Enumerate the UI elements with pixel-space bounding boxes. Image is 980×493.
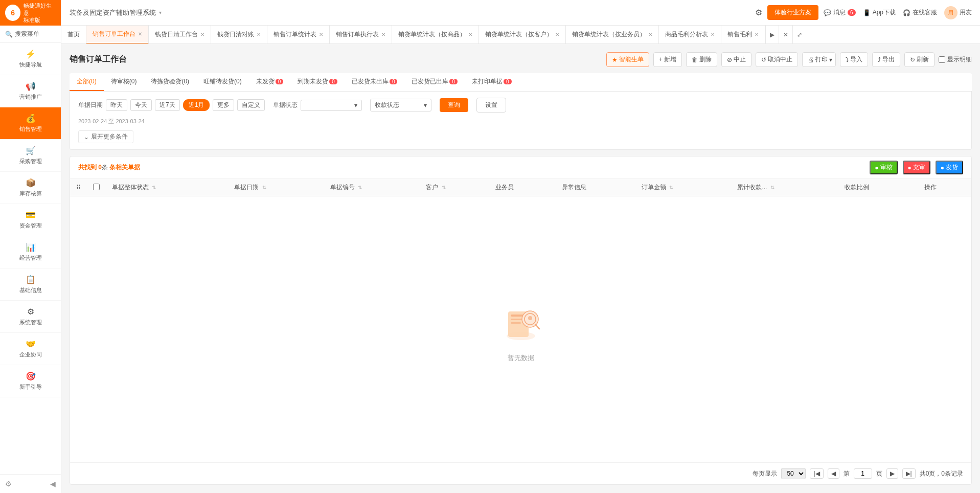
tab-sales-stats-customer[interactable]: 销货单统计表（按客户） ✕ — [479, 26, 566, 44]
search-btn[interactable]: 查询 — [440, 98, 468, 112]
online-service-btn[interactable]: 🎧 在线客服 — [903, 8, 937, 17]
cancel-suspend-btn[interactable]: ↺ 取消中止 — [756, 52, 798, 67]
select-all-checkbox[interactable] — [93, 184, 100, 190]
col-status[interactable]: 单据整体状态 ⇅ — [106, 179, 228, 196]
payment-select[interactable]: 收款状态 ▾ — [370, 99, 431, 111]
last-page-btn[interactable]: ▶| — [902, 468, 916, 479]
sidebar-item-marketing[interactable]: 📢 营销推广 — [0, 75, 61, 107]
sort-status-icon[interactable]: ⇅ — [152, 185, 156, 190]
expand-more-btn[interactable]: ⌄ 展开更多条件 — [78, 130, 133, 143]
tab-sales-stats-staff-close[interactable]: ✕ — [648, 32, 652, 37]
sub-tab-shipped-not-out[interactable]: 已发货未出库0 — [345, 73, 405, 91]
sidebar-item-guide[interactable]: 🎯 新手引导 — [0, 365, 61, 397]
tab-sales-sum[interactable]: 销售毛利 ✕ — [721, 26, 765, 44]
sub-tab-shipped-out[interactable]: 已发货已出库0 — [404, 73, 465, 91]
tab-sales-sum-close[interactable]: ✕ — [755, 32, 759, 37]
sidebar-item-cooperation[interactable]: 🤝 企业协同 — [0, 333, 61, 365]
smart-create-btn[interactable]: ★ 智能生单 — [606, 52, 649, 67]
date-yesterday[interactable]: 昨天 — [106, 99, 127, 111]
tab-sales-exec-close[interactable]: ✕ — [381, 32, 385, 37]
tab-profit-analysis[interactable]: 商品毛利分析表 ✕ — [659, 26, 721, 44]
sidebar-item-quick-nav[interactable]: ⚡ 快捷导航 — [0, 43, 61, 75]
sidebar-item-purchase[interactable]: 🛒 采购管理 — [0, 140, 61, 172]
tab-cash-daily-close[interactable]: ✕ — [200, 32, 204, 37]
filter-setting-btn[interactable]: 设置 — [476, 98, 506, 113]
tab-sales-stats[interactable]: 销售订单统计表 ✕ — [267, 26, 330, 44]
tab-scroll-right[interactable]: ▶ — [765, 26, 779, 44]
settings-icon[interactable]: ⚙ — [5, 480, 12, 488]
tab-sales-stats-customer-close[interactable]: ✕ — [555, 32, 559, 37]
date-1month[interactable]: 近1月 — [183, 99, 210, 111]
print-btn[interactable]: 🖨 打印 ▾ — [802, 52, 836, 67]
user-profile-btn[interactable]: 用 用友 — [944, 6, 972, 19]
col-customer[interactable]: 客户 ⇅ — [420, 179, 489, 196]
col-number[interactable]: 单据编号 ⇅ — [324, 179, 420, 196]
tab-sales-order[interactable]: 销售订单工作台 ✕ — [86, 26, 149, 44]
sort-number-icon[interactable]: ⇅ — [358, 185, 362, 190]
show-detail-toggle[interactable]: 显示明细 — [939, 55, 972, 64]
col-collected[interactable]: 累计收款... ⇅ — [731, 179, 838, 196]
industry-btn[interactable]: 体验行业方案 — [767, 5, 818, 20]
tab-cash-reconcile[interactable]: 钱货日清对账 ✕ — [211, 26, 267, 44]
tab-sales-order-close[interactable]: ✕ — [138, 31, 142, 37]
refresh-btn[interactable]: ↻ 刷新 — [904, 52, 935, 67]
tab-sales-stats-staff[interactable]: 销货单统计表（按业务员） ✕ — [566, 26, 659, 44]
first-page-btn[interactable]: |◀ — [810, 468, 823, 479]
col-amount[interactable]: 订单金额 ⇅ — [635, 179, 731, 196]
sort-collected-icon[interactable]: ⇅ — [770, 185, 774, 190]
date-more[interactable]: 更多 — [213, 99, 234, 111]
revoke-btn[interactable]: ● 充审 — [903, 161, 930, 174]
sub-tab-not-printed[interactable]: 未打印单据0 — [465, 73, 519, 91]
tab-home[interactable]: 首页 — [61, 26, 86, 44]
col-checkbox[interactable] — [87, 179, 106, 196]
date-7days[interactable]: 近7天 — [155, 99, 180, 111]
sub-tab-all[interactable]: 全部(0) — [70, 73, 104, 91]
sub-tab-wangpu-ship[interactable]: 旺铺待发货(0) — [196, 73, 249, 91]
system-dropdown-arrow[interactable]: ▾ — [159, 10, 162, 15]
sort-amount-icon[interactable]: ⇅ — [669, 185, 673, 190]
export-btn[interactable]: ⤴ 导出 — [872, 52, 900, 67]
sidebar-item-finance[interactable]: 💳 资金管理 — [0, 204, 61, 236]
ship-btn[interactable]: ● 发货 — [936, 161, 963, 174]
tab-sales-stats-product-close[interactable]: ✕ — [468, 32, 472, 37]
suspend-btn[interactable]: ⊘ 中止 — [721, 52, 751, 67]
sidebar-item-search[interactable]: 🔍 搜索菜单 — [0, 26, 61, 43]
tab-close-all[interactable]: ✕ — [779, 26, 792, 44]
gear-icon[interactable]: ⚙ — [755, 8, 762, 17]
col-date[interactable]: 单据日期 ⇅ — [228, 179, 324, 196]
tab-maximize[interactable]: ⤢ — [792, 26, 806, 44]
tab-profit-analysis-close[interactable]: ✕ — [711, 32, 715, 37]
date-today[interactable]: 今天 — [130, 99, 152, 111]
page-input[interactable] — [854, 468, 872, 479]
sidebar-item-system[interactable]: ⚙ 系统管理 — [0, 301, 61, 333]
sub-tab-pending-review[interactable]: 待审核(0) — [104, 73, 144, 91]
sidebar-item-sales[interactable]: 💰 销售管理 — [0, 107, 61, 140]
message-btn[interactable]: 💬 消息 6 — [824, 8, 856, 17]
status-select[interactable]: ▾ — [301, 100, 362, 111]
collapse-icon[interactable]: ◀ — [50, 480, 56, 488]
tab-cash-reconcile-close[interactable]: ✕ — [257, 32, 261, 37]
date-custom[interactable]: 自定义 — [237, 99, 265, 111]
sort-customer-icon[interactable]: ⇅ — [442, 185, 446, 190]
show-detail-checkbox[interactable] — [939, 56, 945, 63]
per-page-select[interactable]: 50 — [781, 468, 806, 479]
col-staff: 业务员 — [489, 179, 556, 196]
review-btn[interactable]: ● 审核 — [870, 161, 897, 174]
import-btn[interactable]: ⤵ 导入 — [840, 52, 868, 67]
tab-cash-daily[interactable]: 钱货日清工作台 ✕ — [149, 26, 211, 44]
sub-tab-pending-inspect[interactable]: 待拣货验货(0) — [144, 73, 196, 91]
tab-sales-stats-product[interactable]: 销货单统计表（按商品） ✕ — [392, 26, 479, 44]
sub-tab-not-shipped[interactable]: 未发货0 — [249, 73, 291, 91]
sidebar-item-basic-info[interactable]: 📋 基础信息 — [0, 268, 61, 301]
next-page-btn[interactable]: ▶ — [886, 468, 898, 479]
sidebar-item-operations[interactable]: 📊 经营管理 — [0, 236, 61, 268]
sub-tab-overdue-not-shipped[interactable]: 到期未发货0 — [290, 73, 345, 91]
tab-sales-stats-close[interactable]: ✕ — [319, 32, 323, 37]
delete-btn[interactable]: 🗑 删除 — [686, 52, 717, 67]
sort-date-icon[interactable]: ⇅ — [262, 185, 266, 190]
prev-page-btn[interactable]: ◀ — [828, 468, 839, 479]
sidebar-item-inventory[interactable]: 📦 库存核算 — [0, 172, 61, 204]
app-download-btn[interactable]: 📱 App下载 — [863, 8, 896, 17]
add-btn[interactable]: + 新增 — [653, 52, 682, 67]
tab-sales-exec[interactable]: 销售订单执行表 ✕ — [330, 26, 392, 44]
